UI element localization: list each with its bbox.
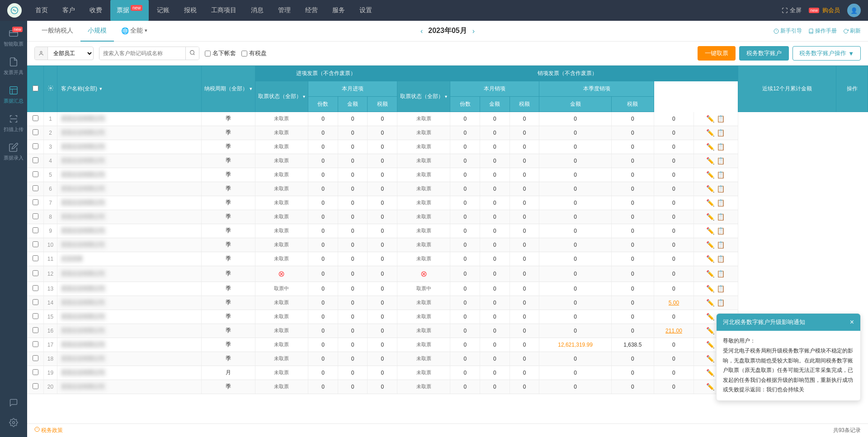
refresh-btn[interactable]: 刷新 xyxy=(843,27,861,35)
copy-btn[interactable]: 📋 xyxy=(717,299,725,307)
row-checkbox[interactable] xyxy=(33,185,38,191)
row-checkbox[interactable] xyxy=(33,369,38,375)
nav-management[interactable]: 管理 xyxy=(272,0,297,21)
row-checkbox[interactable] xyxy=(33,227,38,233)
edit-btn[interactable]: ✏️ xyxy=(706,255,715,263)
row-checkbox[interactable] xyxy=(33,143,38,149)
nav-home[interactable]: 首页 xyxy=(29,0,54,21)
sidebar-item-smart-ticket[interactable]: new 智能取票 xyxy=(2,24,25,51)
app-logo[interactable] xyxy=(7,3,22,18)
edit-btn[interactable]: ✏️ xyxy=(706,171,715,179)
tab-small-scale[interactable]: 小规模 xyxy=(80,21,114,42)
search-input[interactable] xyxy=(99,47,185,60)
edit-btn[interactable]: ✏️ xyxy=(706,129,715,137)
edit-btn[interactable]: ✏️ xyxy=(706,270,715,278)
row-checkbox[interactable] xyxy=(33,355,38,361)
manual-btn[interactable]: 操作手册 xyxy=(808,27,837,35)
sidebar-item-scan-upload[interactable]: 扫描上传 xyxy=(2,110,25,136)
row-checkbox[interactable] xyxy=(33,383,38,389)
nav-business[interactable]: 工商项目 xyxy=(205,0,243,21)
fullscreen-btn[interactable]: 全屏 xyxy=(782,6,802,14)
row-checkbox[interactable] xyxy=(33,129,38,135)
copy-btn[interactable]: 📋 xyxy=(717,227,725,235)
tax-digital-ops-btn[interactable]: 税务数字账户操作 ▼ xyxy=(793,46,861,61)
nav-operations[interactable]: 经营 xyxy=(299,0,324,21)
row-checkbox[interactable] xyxy=(33,313,38,319)
th-output-status[interactable]: 取票状态（全部） ▾ xyxy=(397,81,450,112)
employee-dropdown[interactable]: 全部员工 xyxy=(48,47,93,60)
copy-btn[interactable]: 📋 xyxy=(717,143,725,151)
row-checkbox[interactable] xyxy=(33,327,38,333)
nav-service[interactable]: 服务 xyxy=(326,0,351,21)
edit-btn[interactable]: ✏️ xyxy=(706,383,715,391)
copy-btn[interactable]: 📋 xyxy=(717,129,725,137)
tax-policy-link[interactable]: 税务政策 xyxy=(34,427,63,434)
new-guide-btn[interactable]: 新手引导 xyxy=(774,27,802,35)
copy-btn[interactable]: 📋 xyxy=(717,115,725,123)
row-checkbox[interactable] xyxy=(33,199,38,205)
th-tax-period[interactable]: 纳税周期（全部） ▾ xyxy=(202,66,255,112)
edit-btn[interactable]: ✏️ xyxy=(706,299,715,307)
sidebar-item-invoice-entry[interactable]: 票据录入 xyxy=(2,138,25,165)
notification-close-btn[interactable]: × xyxy=(850,318,854,326)
row-checkbox[interactable] xyxy=(33,115,38,121)
next-month-btn[interactable]: › xyxy=(472,27,475,35)
nav-tax[interactable]: 报税 xyxy=(178,0,203,21)
copy-btn[interactable]: 📋 xyxy=(717,171,725,179)
row-checkbox[interactable] xyxy=(33,255,38,261)
edit-btn[interactable]: ✏️ xyxy=(706,327,715,335)
edit-btn[interactable]: ✏️ xyxy=(706,115,715,123)
edit-btn[interactable]: ✏️ xyxy=(706,341,715,349)
th-input-status[interactable]: 取票状态（全部） ▾ xyxy=(255,81,308,112)
copy-btn[interactable]: 📋 xyxy=(717,241,725,249)
th-customer[interactable]: 客户名称(全部) ▾ xyxy=(57,66,202,112)
tax-digital-account-btn[interactable]: 税务数字账户 xyxy=(739,46,789,61)
copy-btn[interactable]: 📋 xyxy=(717,185,725,193)
edit-btn[interactable]: ✏️ xyxy=(706,285,715,293)
one-click-ticket-btn[interactable]: 一键取票 xyxy=(698,46,736,61)
prev-month-btn[interactable]: ‹ xyxy=(420,27,423,35)
nav-customer[interactable]: 客户 xyxy=(56,0,81,21)
tab-all-ability[interactable]: 🌐 全能 ▾ xyxy=(114,21,155,42)
row-checkbox[interactable] xyxy=(33,270,38,276)
row-checkbox[interactable] xyxy=(33,341,38,347)
nav-message[interactable]: 消息 xyxy=(245,0,270,21)
sidebar-item-invoice-summary[interactable]: 票据汇总 xyxy=(2,81,25,108)
taxbox-checkbox-label[interactable]: 有税盘 xyxy=(241,49,267,57)
row-checkbox[interactable] xyxy=(33,241,38,247)
copy-btn[interactable]: 📋 xyxy=(717,157,725,165)
edit-btn[interactable]: ✏️ xyxy=(706,157,715,165)
edit-btn[interactable]: ✏️ xyxy=(706,227,715,235)
sidebar-item-invoice-open[interactable]: 发票开具 xyxy=(2,53,25,80)
edit-btn[interactable]: ✏️ xyxy=(706,199,715,207)
sidebar-item-message[interactable] xyxy=(2,394,25,412)
nav-accounting[interactable]: 记账 xyxy=(151,0,176,21)
sub-ledger-checkbox-label[interactable]: 名下帐套 xyxy=(205,49,236,57)
taxbox-checkbox[interactable] xyxy=(241,51,247,56)
select-all-checkbox[interactable] xyxy=(33,85,38,91)
user-avatar[interactable]: 👤 xyxy=(847,4,861,17)
employee-select[interactable]: 全部员工 xyxy=(34,47,94,60)
copy-btn[interactable]: 📋 xyxy=(717,270,725,278)
copy-btn[interactable]: 📋 xyxy=(717,199,725,207)
edit-btn[interactable]: ✏️ xyxy=(706,185,715,193)
edit-btn[interactable]: ✏️ xyxy=(706,241,715,249)
sidebar-item-config[interactable] xyxy=(2,414,25,432)
row-checkbox[interactable] xyxy=(33,285,38,291)
edit-btn[interactable]: ✏️ xyxy=(706,213,715,221)
edit-btn[interactable]: ✏️ xyxy=(706,355,715,363)
sub-ledger-checkbox[interactable] xyxy=(205,51,211,56)
row-checkbox[interactable] xyxy=(33,171,38,177)
row-checkbox[interactable] xyxy=(33,299,38,305)
row-checkbox[interactable] xyxy=(33,157,38,163)
copy-btn[interactable]: 📋 xyxy=(717,255,725,263)
edit-btn[interactable]: ✏️ xyxy=(706,143,715,151)
search-button[interactable] xyxy=(185,47,199,60)
copy-btn[interactable]: 📋 xyxy=(717,285,725,293)
edit-btn[interactable]: ✏️ xyxy=(706,313,715,321)
copy-btn[interactable]: 📋 xyxy=(717,213,725,221)
edit-btn[interactable]: ✏️ xyxy=(706,369,715,377)
nav-ticket[interactable]: 票据 new xyxy=(110,0,149,21)
row-checkbox[interactable] xyxy=(33,213,38,219)
nav-billing[interactable]: 收费 xyxy=(83,0,108,21)
